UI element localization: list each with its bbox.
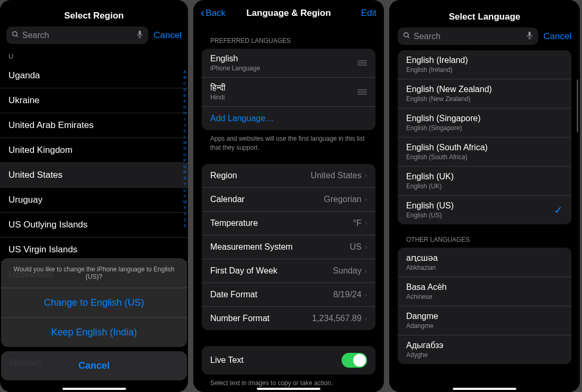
scroll-indicator[interactable] <box>577 79 578 132</box>
index-letter[interactable]: # <box>184 223 186 229</box>
live-text-toggle[interactable] <box>342 353 367 368</box>
search-row: Cancel <box>389 28 580 50</box>
drag-handle-icon[interactable] <box>357 89 367 95</box>
region-settings-card: RegionUnited States›CalendarGregorian›Te… <box>202 164 375 330</box>
language-item[interactable]: АдыгабзэAdyghe <box>398 335 571 364</box>
home-indicator[interactable] <box>453 388 516 390</box>
edit-button[interactable]: Edit <box>361 8 377 19</box>
index-letter[interactable]: O <box>183 152 186 158</box>
setting-row-number-format[interactable]: Number Format1,234,567.89› <box>202 307 375 330</box>
chevron-left-icon: ‹ <box>201 6 204 20</box>
drag-handle-icon[interactable] <box>357 60 367 66</box>
index-letter[interactable]: W <box>183 199 187 205</box>
other-languages-header: OTHER LANGUAGES <box>389 224 580 248</box>
sheet-cancel-button[interactable]: Cancel <box>1 351 187 380</box>
setting-row-region[interactable]: RegionUnited States› <box>202 164 375 188</box>
preferred-language-row[interactable]: EnglishiPhone Language <box>202 49 375 78</box>
index-letter[interactable]: C <box>183 80 186 86</box>
index-letter[interactable]: R <box>183 169 186 175</box>
search-input[interactable] <box>22 31 133 40</box>
language-name: Адыгабзэ <box>406 341 443 350</box>
search-cancel-button[interactable]: Cancel <box>543 31 571 42</box>
alpha-index-bar[interactable]: ABCDEFGHIJKLMNOPQRSTUVWXYZ# <box>183 69 187 229</box>
preferred-languages-footer: Apps and websites will use the first lan… <box>193 130 384 159</box>
language-name: English (UK) <box>406 172 454 181</box>
language-subtitle: Hindi <box>210 94 226 101</box>
phone-language-region: ‹ Back Language & Region Edit PREFERRED … <box>193 0 384 392</box>
index-letter[interactable]: K <box>184 128 186 134</box>
index-letter[interactable]: L <box>184 134 186 140</box>
index-letter[interactable]: I <box>184 116 185 122</box>
region-item[interactable]: United States <box>0 163 188 188</box>
index-letter[interactable]: U <box>183 187 186 193</box>
setting-value: 8/19/24 <box>333 290 361 299</box>
region-item[interactable]: United Kingdom <box>0 138 188 163</box>
region-item[interactable]: Uganda <box>0 63 188 88</box>
language-item[interactable]: аԥсшәаAbkhazian <box>398 248 571 277</box>
setting-row-measurement-system[interactable]: Measurement SystemUS› <box>202 235 375 259</box>
index-letter[interactable]: D <box>183 87 186 93</box>
index-letter[interactable]: X <box>184 205 186 211</box>
region-item[interactable]: US Outlying Islands <box>0 213 188 238</box>
index-letter[interactable]: V <box>184 193 186 199</box>
chevron-right-icon: › <box>365 219 367 227</box>
keep-language-button[interactable]: Keep English (India) <box>1 317 187 347</box>
language-item[interactable]: DangmeAdangme <box>398 306 571 335</box>
index-letter[interactable]: M <box>183 140 187 145</box>
index-letter[interactable]: T <box>184 181 186 187</box>
search-input[interactable] <box>414 32 523 41</box>
language-name: English (New Zealand) <box>406 85 492 94</box>
preferred-language-row[interactable]: हिन्दीHindi <box>202 78 375 107</box>
mic-icon[interactable] <box>526 31 533 41</box>
page-title: Language & Region <box>246 8 331 19</box>
index-letter[interactable]: Q <box>183 163 186 169</box>
language-native: English (US) <box>406 212 454 219</box>
setting-value: United States <box>311 171 362 180</box>
setting-row-calendar[interactable]: CalendarGregorian› <box>202 188 375 212</box>
search-box[interactable] <box>6 26 148 44</box>
language-item[interactable]: English (Singapore)English (Singapore) <box>398 108 571 138</box>
index-letter[interactable]: A <box>184 69 186 75</box>
back-button[interactable]: ‹ Back <box>201 6 226 20</box>
add-language-button[interactable]: Add Language… <box>202 107 375 130</box>
region-item[interactable]: Uruguay <box>0 188 188 213</box>
language-item[interactable]: English (US)English (US)✓ <box>398 196 571 224</box>
index-letter[interactable]: S <box>184 175 186 181</box>
index-letter[interactable]: P <box>184 158 186 163</box>
search-box[interactable] <box>398 28 538 45</box>
setting-row-temperature[interactable]: Temperature°F› <box>202 212 375 235</box>
setting-row-first-day-of-week[interactable]: First Day of WeekSunday› <box>202 259 375 283</box>
index-letter[interactable]: E <box>184 93 186 98</box>
page-title: Select Language <box>389 0 580 28</box>
change-language-button[interactable]: Change to English (US) <box>1 288 187 317</box>
language-name: Dangme <box>406 312 438 321</box>
language-item[interactable]: English (UK)English (UK) <box>398 167 571 196</box>
index-letter[interactable]: F <box>184 98 186 104</box>
setting-label: First Day of Week <box>210 266 333 276</box>
language-native: Adangme <box>406 322 438 330</box>
language-item[interactable]: Basa AcèhAchinese <box>398 277 571 306</box>
setting-row-date-format[interactable]: Date Format8/19/24› <box>202 283 375 307</box>
setting-value: Gregorian <box>324 195 362 204</box>
setting-value: °F <box>353 218 361 228</box>
home-indicator[interactable] <box>257 388 320 390</box>
index-letter[interactable]: J <box>184 122 186 128</box>
region-item[interactable]: United Arab Emirates <box>0 113 188 138</box>
index-letter[interactable]: B <box>184 75 186 80</box>
setting-label: Measurement System <box>210 242 350 252</box>
index-letter[interactable]: Z <box>184 217 186 223</box>
region-list[interactable]: UgandaUkraineUnited Arab EmiratesUnited … <box>0 63 188 287</box>
home-indicator[interactable] <box>62 388 126 390</box>
mic-icon[interactable] <box>137 30 143 40</box>
language-item[interactable]: English (South Africa)English (South Afr… <box>398 138 571 167</box>
search-cancel-button[interactable]: Cancel <box>154 30 182 41</box>
language-item[interactable]: English (New Zealand)English (New Zealan… <box>398 79 571 108</box>
index-letter[interactable]: H <box>183 110 186 116</box>
index-letter[interactable]: G <box>183 104 186 110</box>
region-item[interactable]: Ukraine <box>0 88 188 113</box>
index-letter[interactable]: N <box>183 145 186 151</box>
language-native: English (New Zealand) <box>406 95 492 103</box>
language-item[interactable]: English (Ireland)English (Ireland) <box>398 50 571 79</box>
language-name: English (Singapore) <box>406 114 481 123</box>
index-letter[interactable]: Y <box>184 211 186 217</box>
